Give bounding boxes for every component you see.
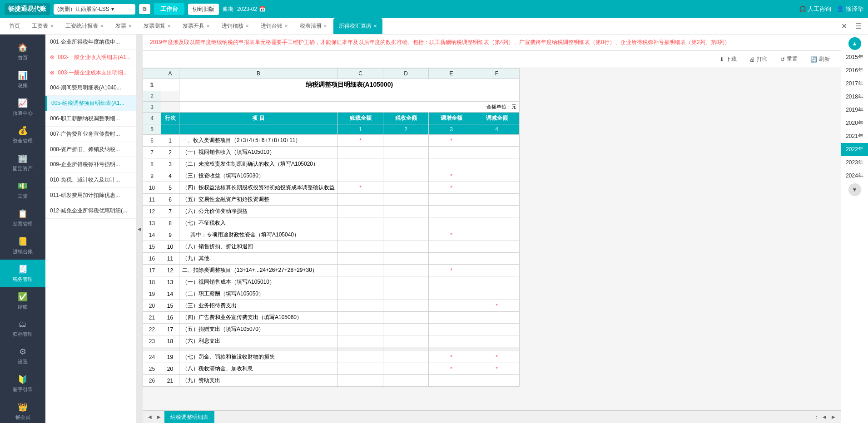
- tab-tax-list[interactable]: 税表清册 ✕: [294, 18, 332, 34]
- year-2017[interactable]: 2017年: [841, 77, 868, 90]
- sidebar-item-fund[interactable]: 💰 资金管理: [0, 121, 45, 149]
- nav-menu-button[interactable]: ☰: [853, 22, 864, 30]
- sidebar-item-tax[interactable]: 🧾 税务管理: [0, 260, 45, 287]
- sidebar-item-member[interactable]: 👑 畅会员: [0, 398, 45, 423]
- left-item-003[interactable]: ⊗ 003-一般企业成本支出明细...: [45, 65, 136, 81]
- sidebar-item-home[interactable]: 🏠 首页: [0, 38, 45, 66]
- year-scroll-up[interactable]: ▲: [848, 37, 861, 50]
- sidebar-item-report[interactable]: 📈 报表中心: [0, 93, 45, 121]
- sidebar-item-asset[interactable]: 🏢 固定资产: [0, 149, 45, 177]
- spreadsheet-table: A B C D E F 1 纳税调整项目明细表(A1: [143, 68, 520, 387]
- close-tab-salary-report[interactable]: ✕: [100, 24, 104, 29]
- home-icon: 🏠: [18, 43, 28, 53]
- year-2020[interactable]: 2020年: [841, 117, 868, 130]
- sidebar-item-ledger[interactable]: 📊 总账: [0, 66, 45, 93]
- close-tab-sales-ledger[interactable]: ✕: [284, 24, 288, 29]
- report-icon: 📈: [18, 98, 28, 108]
- spreadsheet-wrapper: A B C D E F 1 纳税调整项目明细表(A1: [143, 68, 841, 423]
- calendar-icon[interactable]: 📅: [259, 6, 266, 12]
- horizontal-scroll-left[interactable]: ◀: [821, 413, 828, 420]
- close-tab-tax-list[interactable]: ✕: [323, 24, 327, 29]
- year-2024[interactable]: 2024年: [841, 169, 868, 182]
- tab-invoice[interactable]: 发票 ✕: [110, 18, 137, 34]
- refresh-button[interactable]: 🔄 刷新: [807, 54, 833, 65]
- user-avatar[interactable]: 👤 徐泽华: [837, 5, 863, 13]
- left-item-005[interactable]: 005-纳税调整项目明细表(A1...: [45, 96, 136, 111]
- left-item-007[interactable]: 007-广告费和业务宣传费时...: [45, 127, 136, 142]
- sidebar-item-guide[interactable]: 🔰 新手引导: [0, 370, 45, 398]
- table-row: 17 12 二、扣除类调整项目（13+14+...24+26+27+28+29+…: [143, 265, 520, 276]
- table-row: 7 2 （一）视同销售收入（填写A105010）: [143, 147, 520, 158]
- col-head-c: 账载全额: [338, 113, 383, 124]
- year-2018[interactable]: 2018年: [841, 90, 868, 103]
- year-2021[interactable]: 2021年: [841, 130, 868, 143]
- tab-home[interactable]: 首页: [4, 18, 25, 34]
- tab-sales-check[interactable]: 进销稽核 ✕: [216, 18, 254, 34]
- sidebar-item-close[interactable]: ✅ 结账: [0, 287, 45, 315]
- left-item-010[interactable]: 010-免税、减计收入及加计...: [45, 172, 136, 188]
- topbar: 畅捷通易代账 (勿删）江西股室-LSS ▾ ⧉ 工作台 切到旧版 账期 2023…: [0, 0, 868, 18]
- tab-income-tax[interactable]: 所得税汇算缴 ✕: [333, 18, 382, 34]
- sheet-scroll-right[interactable]: ▶: [155, 413, 163, 420]
- table-row: 14 9 其中：专项用途财政性资金（填写A105040） *: [143, 229, 520, 241]
- salary-icon: 💵: [18, 181, 28, 191]
- sidebar-item-sales[interactable]: 📒 进销台账: [0, 232, 45, 260]
- tab-salary-report[interactable]: 工资统计报表 ✕: [60, 18, 109, 34]
- sidebar-item-salary[interactable]: 💵 工资: [0, 177, 45, 204]
- tab-salary[interactable]: 工资表 ✕: [26, 18, 59, 34]
- left-item-012[interactable]: 012-减免企业所得税优惠明细(...: [45, 203, 136, 219]
- guide-icon: 🔰: [18, 374, 28, 384]
- person-icon: 👤: [837, 5, 844, 12]
- close-all-tabs-button[interactable]: ✕: [838, 22, 850, 30]
- col-header-E: E: [429, 69, 474, 79]
- copy-icon-btn[interactable]: ⧉: [139, 4, 150, 14]
- close-tab-sales-check[interactable]: ✕: [245, 24, 249, 29]
- sheet-tab-adjustment[interactable]: 纳税调整明细表: [164, 411, 214, 423]
- sidebar-item-invoice-mgmt[interactable]: 📋 发票管理: [0, 204, 45, 232]
- print-button[interactable]: 🖨 打印: [746, 54, 771, 65]
- table-row: 23 18 （六）利息支出: [143, 335, 520, 347]
- support-button[interactable]: 🎧 人工咨询: [799, 5, 832, 13]
- sidebar-item-archive[interactable]: 🗂 归档管理: [0, 315, 45, 342]
- table-row: 10 5 （四）按权益法核算长期股权投资对初始投资成本调整确认收益 * *: [143, 182, 520, 194]
- close-tab-invoice-calc[interactable]: ✕: [167, 24, 171, 29]
- company-selector[interactable]: (勿删）江西股室-LSS ▾: [54, 4, 135, 15]
- close-tab-invoice-issue[interactable]: ✕: [206, 24, 210, 29]
- left-panel: 001-企业所得税年度纳税申... ⊗ 002-一般企业收入明细表(A1... …: [45, 34, 136, 423]
- left-item-001[interactable]: 001-企业所得税年度纳税申...: [45, 34, 136, 50]
- close-tab-salary[interactable]: ✕: [50, 24, 54, 29]
- tab-sales-ledger[interactable]: 进销台账 ✕: [255, 18, 293, 34]
- close-tab-income-tax[interactable]: ✕: [373, 24, 377, 29]
- table-row: 21 16 （四）广告费和业务宣传费支出（填写A105060）: [143, 312, 520, 324]
- left-item-011[interactable]: 011-研发费用加计扣除优惠...: [45, 188, 136, 203]
- close-tab-invoice[interactable]: ✕: [128, 24, 132, 29]
- download-button[interactable]: ⬇ 下载: [716, 54, 740, 65]
- left-item-009[interactable]: 009-企业所得税弥补亏损明...: [45, 157, 136, 172]
- year-scroll-down[interactable]: ▼: [848, 183, 861, 196]
- year-2023[interactable]: 2023年: [841, 156, 868, 169]
- left-item-002[interactable]: ⊗ 002-一般企业收入明细表(A1...: [45, 50, 136, 65]
- sheet-scroll-left[interactable]: ◀: [146, 413, 154, 420]
- sidebar-item-settings[interactable]: ⚙ 设置: [0, 342, 45, 370]
- year-2019[interactable]: 2019年: [841, 103, 868, 117]
- year-2022[interactable]: 2022年: [841, 143, 868, 156]
- col-header-D: D: [383, 69, 429, 79]
- workbench-button[interactable]: 工作台: [154, 3, 184, 15]
- spreadsheet-scroll[interactable]: A B C D E F 1 纳税调整项目明细表(A1: [143, 68, 841, 410]
- switch-old-button[interactable]: 切到旧版: [188, 4, 219, 15]
- table-row: [143, 347, 520, 351]
- table-row: 16 11 （九）其他: [143, 253, 520, 265]
- tab-invoice-calc[interactable]: 发票测算 ✕: [138, 18, 176, 34]
- year-2015[interactable]: 2015年: [841, 51, 868, 64]
- horizontal-scroll-right[interactable]: ▶: [830, 413, 837, 420]
- reset-button[interactable]: ↺ 重置: [777, 54, 801, 65]
- year-2016[interactable]: 2016年: [841, 64, 868, 77]
- left-item-006[interactable]: 006-职工薪酬纳税调整明细...: [45, 111, 136, 127]
- account-period: 账期 2023-02 📅: [223, 5, 266, 13]
- download-icon: ⬇: [719, 56, 724, 63]
- tab-invoice-issue[interactable]: 发票开具 ✕: [177, 18, 215, 34]
- left-item-008[interactable]: 008-资产折旧、摊销及纳税...: [45, 142, 136, 157]
- left-panel-toggle[interactable]: ◀: [136, 34, 143, 423]
- left-item-004[interactable]: 004-期间费用明细表(A1040...: [45, 80, 136, 96]
- currency-unit: 金额单位：元: [179, 102, 520, 113]
